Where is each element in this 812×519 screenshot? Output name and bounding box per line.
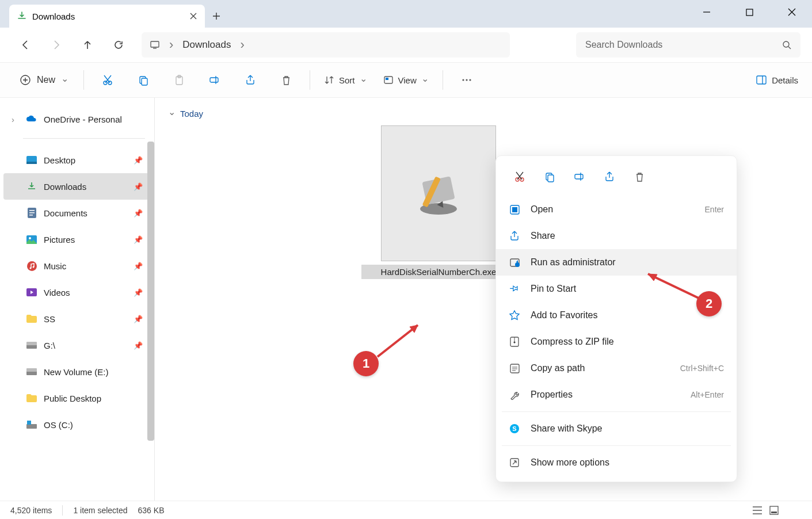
- minimize-button[interactable]: [693, 3, 720, 21]
- onedrive-icon: [25, 115, 38, 123]
- copy-button[interactable]: [129, 68, 158, 91]
- view-button[interactable]: View: [379, 75, 433, 86]
- sidebar-item-pictures[interactable]: Pictures 📌: [3, 226, 151, 253]
- forward-button[interactable]: [43, 31, 70, 59]
- details-pane-button[interactable]: Details: [756, 74, 798, 86]
- sidebar-item-documents[interactable]: Documents 📌: [3, 200, 151, 226]
- refresh-button[interactable]: [105, 31, 132, 59]
- documents-icon: [25, 208, 38, 218]
- pin-icon[interactable]: 📌: [134, 156, 143, 165]
- close-window-button[interactable]: [779, 3, 805, 21]
- svg-rect-12: [386, 78, 388, 80]
- details-view-button[interactable]: [752, 506, 763, 515]
- up-button[interactable]: [74, 31, 101, 59]
- chevron-right-icon[interactable]: ›: [12, 115, 20, 124]
- sidebar-item-label: Documents: [44, 208, 87, 218]
- svg-point-24: [29, 237, 31, 239]
- more-button[interactable]: [452, 68, 481, 91]
- cut-button[interactable]: [93, 68, 122, 91]
- new-tab-button[interactable]: [205, 5, 228, 28]
- pin-icon[interactable]: 📌: [134, 288, 143, 297]
- ctx-share-skype[interactable]: S Share with Skype: [496, 415, 737, 442]
- tab-downloads[interactable]: Downloads: [9, 5, 205, 28]
- sidebar-item-ss[interactable]: SS 📌: [3, 306, 151, 332]
- ctx-label: Open: [531, 204, 553, 215]
- pin-icon[interactable]: 📌: [134, 341, 143, 350]
- chevron-right-icon[interactable]: [240, 37, 244, 52]
- context-menu: Open Enter Share Run as administrator Pi…: [495, 155, 737, 482]
- sidebar-item-c-drive[interactable]: OS (C:): [3, 411, 151, 438]
- sidebar-item-desktop[interactable]: Desktop 📌: [3, 147, 151, 173]
- file-item[interactable]: HardDiskSerialNumberCh.exe: [361, 125, 516, 279]
- share-button[interactable]: [236, 68, 265, 91]
- svg-point-2: [783, 41, 789, 47]
- ctx-cut-button[interactable]: [506, 165, 533, 188]
- pin-icon[interactable]: 📌: [134, 315, 143, 323]
- shield-icon: [509, 257, 520, 268]
- ctx-compress-zip[interactable]: Compress to ZIP file: [496, 329, 737, 355]
- copy-path-icon: [509, 364, 520, 373]
- chevron-down-icon: [360, 75, 367, 86]
- sidebar-item-public-desktop[interactable]: Public Desktop: [3, 385, 151, 411]
- new-button[interactable]: New: [14, 71, 74, 89]
- group-header-today[interactable]: Today: [168, 108, 798, 119]
- sidebar-onedrive[interactable]: › OneDrive - Personal: [3, 106, 151, 132]
- ctx-delete-button[interactable]: [626, 165, 653, 188]
- thumbnails-view-button[interactable]: [769, 506, 779, 515]
- pin-icon[interactable]: 📌: [134, 209, 143, 217]
- ctx-label: Share: [531, 231, 555, 241]
- pin-icon[interactable]: 📌: [134, 262, 143, 270]
- pin-icon[interactable]: 📌: [134, 235, 143, 244]
- address-bar[interactable]: Downloads: [142, 32, 510, 58]
- os-drive-icon: [25, 421, 38, 429]
- ctx-share-button[interactable]: [596, 165, 623, 188]
- ctx-label: Show more options: [531, 457, 609, 468]
- svg-rect-58: [771, 512, 777, 513]
- ctx-copy-as-path[interactable]: Copy as path Ctrl+Shift+C: [496, 355, 737, 381]
- svg-point-14: [466, 79, 467, 81]
- rename-button[interactable]: [200, 68, 229, 91]
- sidebar-item-music[interactable]: Music 📌: [3, 253, 151, 279]
- status-item-count: 4,520 items: [10, 506, 52, 515]
- ctx-label: Share with Skype: [531, 423, 603, 434]
- download-icon: [25, 182, 38, 191]
- status-size: 636 KB: [138, 506, 165, 515]
- ctx-rename-button[interactable]: [566, 165, 593, 188]
- svg-rect-33: [26, 424, 37, 429]
- close-tab-icon[interactable]: [190, 13, 197, 20]
- drive-icon: [25, 368, 38, 375]
- delete-button[interactable]: [272, 68, 300, 91]
- ctx-shortcut: Enter: [705, 205, 724, 214]
- svg-rect-43: [575, 174, 583, 179]
- sidebar-item-videos[interactable]: Videos 📌: [3, 279, 151, 306]
- paste-button[interactable]: [165, 68, 193, 91]
- ctx-copy-button[interactable]: [536, 165, 563, 188]
- ctx-open[interactable]: Open Enter: [496, 196, 737, 223]
- chevron-down-icon: [421, 75, 429, 86]
- sidebar-item-downloads[interactable]: Downloads 📌: [3, 173, 151, 200]
- svg-rect-34: [27, 421, 31, 425]
- sort-button[interactable]: Sort: [319, 75, 372, 86]
- back-button[interactable]: [12, 31, 39, 59]
- sidebar-item-g-drive[interactable]: G:\ 📌: [3, 332, 151, 358]
- sidebar-scrollbar[interactable]: [147, 142, 154, 441]
- svg-rect-1: [151, 41, 159, 47]
- sidebar-item-e-drive[interactable]: New Volume (E:): [3, 358, 151, 385]
- maximize-button[interactable]: [736, 3, 763, 21]
- search-box[interactable]: Search Downloads: [576, 32, 800, 58]
- chevron-right-icon[interactable]: [169, 37, 173, 52]
- sidebar-item-label: Desktop: [44, 155, 75, 165]
- ctx-share[interactable]: Share: [496, 223, 737, 249]
- ctx-label: Copy as path: [531, 363, 585, 373]
- svg-rect-42: [548, 175, 554, 182]
- svg-point-26: [29, 267, 31, 269]
- pin-icon[interactable]: 📌: [134, 182, 143, 191]
- ctx-properties[interactable]: Properties Alt+Enter: [496, 381, 737, 408]
- ctx-show-more[interactable]: Show more options: [496, 449, 737, 476]
- open-icon: [509, 205, 520, 215]
- ctx-label: Add to Favorites: [531, 310, 598, 320]
- sidebar-item-label: Public Desktop: [44, 394, 101, 403]
- svg-rect-10: [210, 78, 218, 82]
- navigation-bar: Downloads Search Downloads: [0, 28, 812, 62]
- sidebar-item-label: G:\: [44, 341, 55, 350]
